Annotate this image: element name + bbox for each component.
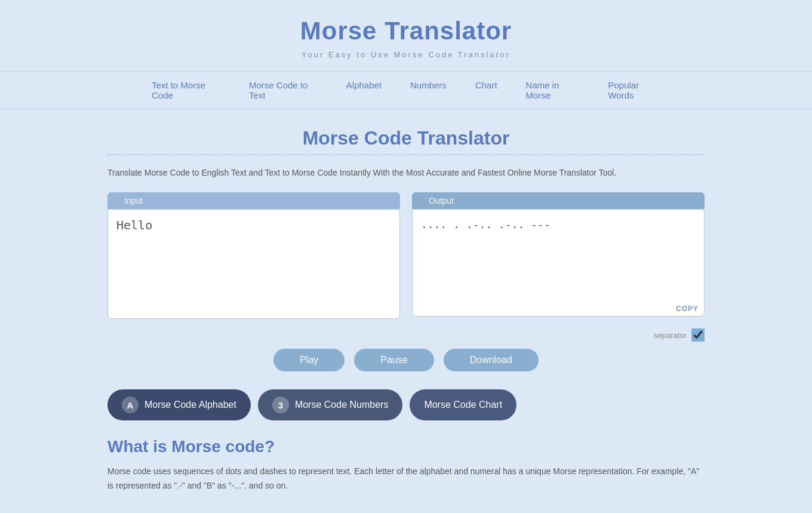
main-nav: Text to Morse Code Morse Code to Text Al… xyxy=(137,72,675,109)
separator-label: separator xyxy=(654,331,687,340)
translator-area: Input Hello Output .... . .-.. .-.. --- … xyxy=(107,192,705,319)
what-section: What is Morse code? Morse code uses sequ… xyxy=(107,437,705,493)
tab-alphabet-label: Morse Code Alphabet xyxy=(144,400,236,410)
tabs-row: A Morse Code Alphabet 3 Morse Code Numbe… xyxy=(107,389,705,420)
nav-name-in-morse[interactable]: Name in Morse xyxy=(512,72,594,109)
nav-text-to-morse[interactable]: Text to Morse Code xyxy=(137,72,235,109)
nav-chart[interactable]: Chart xyxy=(461,72,512,109)
tab-numbers-icon: 3 xyxy=(272,397,289,413)
input-panel: Input Hello xyxy=(107,192,400,319)
what-text: Morse code uses sequences of dots and da… xyxy=(107,465,705,493)
input-textarea[interactable]: Hello xyxy=(107,209,400,319)
what-title: What is Morse code? xyxy=(107,437,705,456)
tab-alphabet[interactable]: A Morse Code Alphabet xyxy=(107,389,251,420)
nav-morse-to-text[interactable]: Morse Code to Text xyxy=(235,72,332,109)
nav-alphabet[interactable]: Alphabet xyxy=(332,72,396,109)
copy-button[interactable]: COPY xyxy=(676,305,699,313)
divider xyxy=(107,154,705,155)
page-title: Morse Code Translator xyxy=(107,127,705,149)
pause-button[interactable]: Pause xyxy=(354,349,433,371)
play-button[interactable]: Play xyxy=(273,349,345,371)
separator-checkbox[interactable] xyxy=(691,328,705,342)
page-description: Translate Morse Code to English Text and… xyxy=(107,166,705,179)
output-wrapper: .... . .-.. .-.. --- COPY xyxy=(412,209,705,319)
download-button[interactable]: Download xyxy=(444,349,539,371)
tab-section: A Morse Code Alphabet 3 Morse Code Numbe… xyxy=(107,389,705,420)
output-label: Output xyxy=(412,192,705,209)
output-panel: Output .... . .-.. .-.. --- COPY xyxy=(412,192,705,319)
nav-popular-words[interactable]: Popular Words xyxy=(594,72,675,109)
separator-row: separator xyxy=(107,328,705,342)
tab-numbers[interactable]: 3 Morse Code Numbers xyxy=(258,389,403,420)
site-subtitle: Your Easy to Use Morse Code Translator xyxy=(12,50,800,59)
nav-numbers[interactable]: Numbers xyxy=(396,72,461,109)
output-textarea[interactable]: .... . .-.. .-.. --- xyxy=(412,209,705,317)
tab-numbers-label: Morse Code Numbers xyxy=(295,400,389,410)
tab-alphabet-icon: A xyxy=(122,397,139,413)
action-buttons: Play Pause Download xyxy=(107,349,705,371)
site-title: Morse Translator xyxy=(12,17,800,45)
tab-chart-label: Morse Code Chart xyxy=(424,400,502,410)
input-label: Input xyxy=(107,192,400,209)
tab-chart[interactable]: Morse Code Chart xyxy=(410,389,516,420)
